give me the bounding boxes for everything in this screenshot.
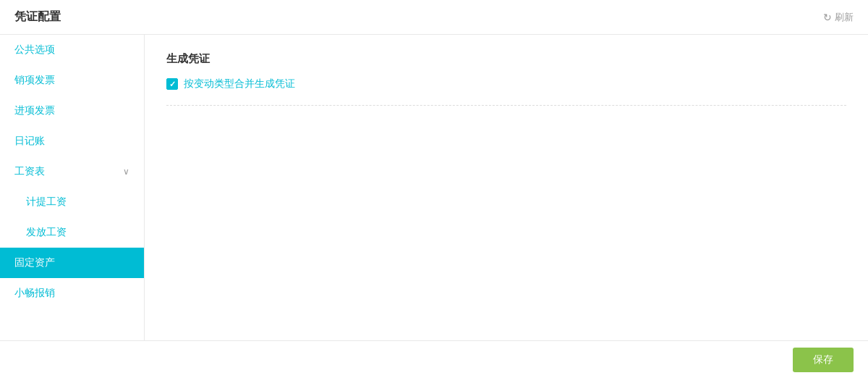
- sidebar-item-advance-salary[interactable]: 计提工资: [0, 187, 144, 217]
- sidebar: 公共选项销项发票进项发票日记账工资表∨计提工资发放工资固定资产小畅报销: [0, 35, 145, 340]
- refresh-icon: ↻: [823, 12, 832, 23]
- chevron-down-icon: ∨: [123, 167, 129, 177]
- save-button[interactable]: 保存: [793, 348, 854, 372]
- footer: 保存: [0, 340, 868, 378]
- sidebar-item-payroll[interactable]: 工资表∨: [0, 156, 144, 187]
- page-title: 凭证配置: [14, 9, 61, 25]
- sidebar-item-journal[interactable]: 日记账: [0, 126, 144, 156]
- sidebar-item-label: 工资表: [14, 165, 45, 178]
- sidebar-item-label: 公共选项: [14, 43, 55, 56]
- section-title: 生成凭证: [166, 52, 846, 66]
- sidebar-item-purchase-invoice[interactable]: 进项发票: [0, 96, 144, 126]
- sidebar-item-sales-invoice[interactable]: 销项发票: [0, 65, 144, 96]
- sidebar-item-label: 日记账: [14, 135, 45, 148]
- body: 公共选项销项发票进项发票日记账工资表∨计提工资发放工资固定资产小畅报销 生成凭证…: [0, 35, 868, 340]
- refresh-label: 刷新: [835, 11, 854, 24]
- checkbox-row: 按变动类型合并生成凭证: [166, 77, 846, 91]
- sidebar-item-label: 销项发票: [14, 74, 55, 87]
- sidebar-item-label: 发放工资: [26, 226, 67, 239]
- sidebar-item-label: 计提工资: [26, 196, 67, 209]
- checkbox-label: 按变动类型合并生成凭证: [184, 77, 295, 91]
- page-wrapper: 凭证配置 ↻ 刷新 公共选项销项发票进项发票日记账工资表∨计提工资发放工资固定资…: [0, 0, 868, 378]
- main-content: 生成凭证 按变动类型合并生成凭证: [145, 35, 868, 340]
- sidebar-item-public-options[interactable]: 公共选项: [0, 35, 144, 65]
- checkbox-wrapper[interactable]: 按变动类型合并生成凭证: [166, 77, 295, 91]
- header: 凭证配置 ↻ 刷新: [0, 0, 868, 35]
- sidebar-item-expense-claim[interactable]: 小畅报销: [0, 278, 144, 308]
- sidebar-item-label: 小畅报销: [14, 287, 55, 300]
- sidebar-item-fixed-assets[interactable]: 固定资产: [0, 248, 144, 278]
- refresh-button[interactable]: ↻ 刷新: [823, 11, 854, 24]
- sidebar-item-label: 固定资产: [14, 256, 55, 269]
- section-divider: [166, 105, 846, 106]
- merge-voucher-checkbox[interactable]: [166, 78, 178, 90]
- sidebar-item-label: 进项发票: [14, 104, 55, 117]
- sidebar-item-pay-salary[interactable]: 发放工资: [0, 217, 144, 248]
